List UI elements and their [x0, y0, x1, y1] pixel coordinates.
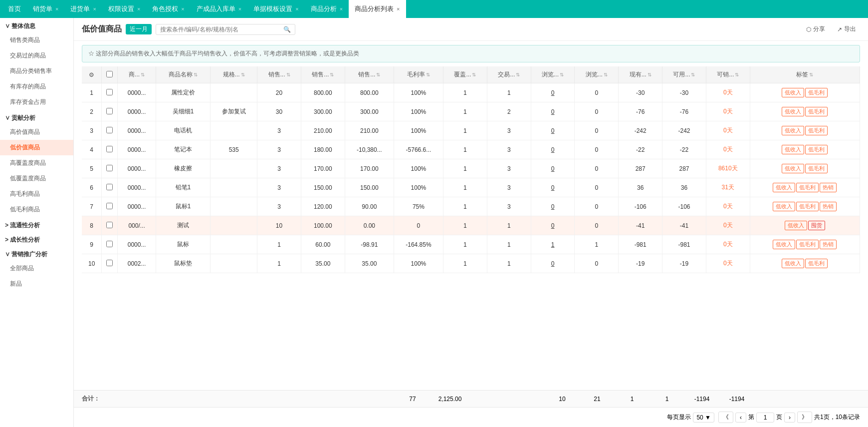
nav-analysis[interactable]: 商品分析 ×: [305, 0, 349, 18]
browse1-link[interactable]: 0: [551, 127, 555, 134]
sort-sellable-icon[interactable]: ⇅: [735, 72, 739, 77]
close-roles-icon[interactable]: ×: [181, 6, 184, 12]
sort-transaction-icon[interactable]: ⇅: [516, 72, 520, 77]
col-browse2[interactable]: 浏览...⇅: [575, 66, 619, 83]
date-tag-button[interactable]: 近一月: [126, 24, 152, 34]
sidebar-item-high-value[interactable]: 高价值商品: [0, 124, 73, 140]
sidebar-item-high-coverage[interactable]: 高覆盖度商品: [0, 155, 73, 171]
close-analysis-list-icon[interactable]: ×: [397, 6, 400, 12]
sidebar-group-flow[interactable]: > 流通性分析: [0, 217, 73, 232]
sidebar-item-low-coverage[interactable]: 低覆盖度商品: [0, 171, 73, 186]
sort-spec-icon[interactable]: ⇅: [241, 72, 245, 77]
nav-sales[interactable]: 销货单 ×: [27, 0, 64, 18]
col-current[interactable]: 现有...⇅: [619, 66, 662, 83]
close-analysis-icon[interactable]: ×: [340, 6, 343, 12]
nav-roles[interactable]: 角色授权 ×: [146, 0, 190, 18]
row-checkbox[interactable]: [106, 184, 113, 190]
col-code[interactable]: 商...⇅: [118, 66, 156, 83]
sort-browse1-icon[interactable]: ⇅: [560, 72, 564, 77]
col-tags[interactable]: 标签⇅: [750, 66, 860, 83]
browse1-link[interactable]: 0: [551, 222, 555, 229]
sidebar-group-contribution[interactable]: ∨ 贡献分析: [0, 110, 73, 124]
sort-name-icon[interactable]: ⇅: [194, 72, 198, 77]
row-checkbox[interactable]: [106, 127, 113, 133]
sort-current-icon[interactable]: ⇅: [648, 72, 651, 77]
sidebar-item-traded-products[interactable]: 交易过的商品: [0, 48, 73, 63]
browse1-link[interactable]: 0: [551, 165, 555, 172]
close-sales-icon[interactable]: ×: [55, 6, 58, 12]
sidebar-item-low-margin[interactable]: 低毛利商品: [0, 202, 73, 217]
browse1-link[interactable]: 0: [551, 146, 555, 153]
row-checkbox[interactable]: [106, 241, 113, 247]
settings-icon[interactable]: ⚙: [89, 71, 94, 78]
share-button[interactable]: ⬡ 分享: [802, 23, 829, 35]
sort-browse2-icon[interactable]: ⇅: [604, 72, 608, 77]
prev-page-button[interactable]: ‹: [735, 413, 746, 423]
first-page-button[interactable]: 《: [718, 412, 733, 423]
sort-price-icon[interactable]: ⇅: [330, 72, 334, 77]
browse1-link[interactable]: 0: [551, 184, 555, 191]
next-page-button[interactable]: ›: [784, 413, 795, 423]
browse1-link[interactable]: 1: [551, 241, 555, 248]
sidebar-item-capital-usage[interactable]: 库存资金占用: [0, 94, 73, 110]
export-button[interactable]: ↗ 导出: [833, 23, 860, 35]
close-purchase-icon[interactable]: ×: [93, 6, 96, 12]
sidebar-item-new-products[interactable]: 新品: [0, 276, 73, 292]
col-available[interactable]: 可用...⇅: [662, 66, 706, 83]
col-sale-price[interactable]: 销售...⇅: [301, 66, 345, 83]
sort-qty-icon[interactable]: ⇅: [286, 72, 290, 77]
col-settings[interactable]: ⚙: [82, 66, 102, 83]
sidebar-item-sales-products[interactable]: 销售类商品: [0, 32, 73, 48]
page-number-input[interactable]: [756, 413, 774, 423]
sidebar-item-category-rate[interactable]: 商品分类销售率: [0, 63, 73, 79]
row-checkbox[interactable]: [106, 146, 113, 152]
browse1-link[interactable]: 0: [551, 108, 555, 115]
sort-available-icon[interactable]: ⇅: [691, 72, 695, 77]
col-browse1[interactable]: 浏览...⇅: [531, 66, 575, 83]
sidebar-group-marketing[interactable]: ∨ 营销推广分析: [0, 246, 73, 261]
row-checkbox[interactable]: [106, 165, 113, 171]
browse1-link[interactable]: 0: [551, 260, 555, 267]
col-sale-qty[interactable]: 销售...⇅: [257, 66, 301, 83]
sort-margin-icon[interactable]: ⇅: [426, 72, 430, 77]
search-icon[interactable]: 🔍: [283, 26, 291, 33]
nav-analysis-list[interactable]: 商品分析列表 ×: [349, 0, 406, 18]
sidebar-item-stocked-products[interactable]: 有库存的商品: [0, 79, 73, 94]
nav-purchase[interactable]: 进货单 ×: [64, 0, 102, 18]
sort-code-icon[interactable]: ⇅: [141, 72, 145, 77]
browse1-link[interactable]: 0: [551, 89, 555, 96]
last-page-button[interactable]: 》: [797, 412, 812, 423]
sidebar-item-all-products[interactable]: 全部商品: [0, 261, 73, 276]
col-sellable[interactable]: 可销...⇅: [706, 66, 750, 83]
col-transaction[interactable]: 交易...⇅: [487, 66, 531, 83]
nav-warehouse[interactable]: 产成品入库单 ×: [191, 0, 247, 18]
sidebar-item-low-value[interactable]: 低价值商品: [0, 140, 73, 155]
col-margin[interactable]: 毛利率⇅: [394, 66, 443, 83]
close-template-icon[interactable]: ×: [295, 6, 298, 12]
nav-home[interactable]: 首页: [2, 0, 27, 18]
sidebar-group-overall[interactable]: ∨ 整体信息: [0, 18, 73, 32]
col-name[interactable]: 商品名称⇅: [156, 66, 210, 83]
page-size-select-box[interactable]: 50 ▼: [693, 413, 714, 423]
sort-amount-icon[interactable]: ⇅: [376, 72, 380, 77]
nav-template[interactable]: 单据模板设置 ×: [247, 0, 304, 18]
row-checkbox[interactable]: [106, 260, 113, 266]
select-all-checkbox[interactable]: [106, 71, 113, 77]
sort-coverage-icon[interactable]: ⇅: [472, 72, 476, 77]
search-input[interactable]: [160, 26, 281, 33]
browse1-link[interactable]: 0: [551, 203, 555, 210]
row-checkbox[interactable]: [106, 89, 113, 95]
col-coverage[interactable]: 覆盖...⇅: [443, 66, 487, 83]
row-checkbox[interactable]: [106, 203, 113, 209]
nav-permissions[interactable]: 权限设置 ×: [102, 0, 146, 18]
col-sale-amount[interactable]: 销售...⇅: [345, 66, 394, 83]
col-spec[interactable]: 规格...⇅: [211, 66, 257, 83]
row-checkbox[interactable]: [106, 222, 113, 228]
close-permissions-icon[interactable]: ×: [137, 6, 140, 12]
row-checkbox[interactable]: [106, 108, 113, 114]
sidebar-item-high-margin[interactable]: 高毛利商品: [0, 186, 73, 202]
sort-tags-icon[interactable]: ⇅: [809, 72, 813, 77]
sidebar-group-growth[interactable]: > 成长性分析: [0, 232, 73, 246]
col-checkbox[interactable]: [102, 66, 118, 83]
close-warehouse-icon[interactable]: ×: [238, 6, 241, 12]
